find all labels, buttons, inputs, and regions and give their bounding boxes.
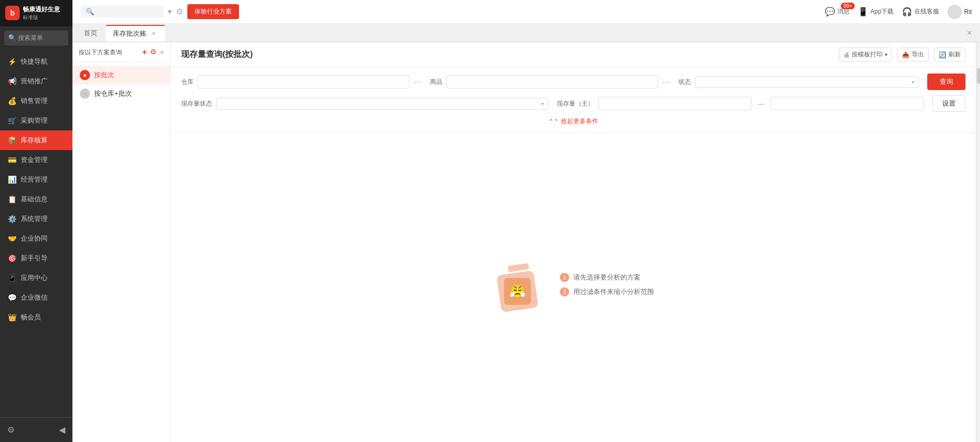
nav-label: 资金管理: [21, 155, 48, 165]
warehouse-more-btn[interactable]: ···: [414, 77, 422, 86]
product-more-btn[interactable]: ···: [662, 77, 670, 86]
filter-area: 仓库 ··· 商品 ··· 状态 ▾: [171, 67, 976, 132]
topbar-dropdown-icon[interactable]: ▾: [168, 7, 172, 17]
messages-btn[interactable]: 💬 消息 99+: [825, 7, 850, 17]
stock-qty-from-input[interactable]: [598, 97, 752, 110]
stock-qty-to-input[interactable]: [770, 97, 924, 110]
product-filter-group: 商品 ···: [430, 75, 671, 89]
settings-button[interactable]: 设置: [932, 95, 966, 112]
sidebar-item-marketing[interactable]: 📢 营销推广: [0, 71, 72, 91]
sidebar-item-member[interactable]: 👑 畅会员: [0, 307, 72, 327]
sidebar-item-operation[interactable]: 📊 经营管理: [0, 170, 72, 189]
right-scrollbar[interactable]: [976, 42, 980, 442]
online-service-btn[interactable]: 🎧 在线客服: [902, 7, 939, 17]
nav-label: 快捷导航: [21, 57, 48, 66]
status-select[interactable]: ▾: [695, 76, 919, 88]
nav-label: 企业协同: [21, 234, 48, 243]
plan-list: ● 按批次 ○ 按仓库+批次: [72, 63, 170, 106]
sidebar-item-inventory[interactable]: 📦 库存核算: [0, 130, 72, 150]
product-input[interactable]: [447, 75, 659, 89]
top-search-box[interactable]: 🔍: [81, 6, 164, 18]
empty-state: 😤 1 请先选择要分析的方案 2 用过滤条件来缩小分析范围: [171, 132, 976, 442]
stock-status-label: 现存量状态: [181, 99, 212, 108]
sidebar-item-finance[interactable]: 💳 资金管理: [0, 150, 72, 170]
enterprise-icon: 🤝: [7, 234, 17, 243]
phone-icon: 📱: [858, 7, 868, 17]
sidebar-header: b 畅康通好生意 标准版: [0, 0, 72, 26]
sidebar-item-purchase[interactable]: 🛒 采购管理: [0, 111, 72, 130]
plan-active-icon: ●: [80, 70, 90, 80]
sidebar-collapse-button[interactable]: ◀: [57, 423, 67, 437]
nav-label: 经营管理: [21, 175, 48, 184]
sidebar-item-quick-nav[interactable]: ⚡ 快捷导航: [0, 52, 72, 71]
stock-qty-filter-group: 现存量（主） —: [557, 97, 924, 110]
sidebar-item-apps[interactable]: 📱 应用中心: [0, 268, 72, 288]
top-search-input[interactable]: [97, 8, 158, 16]
collapse-panel-icon[interactable]: «: [160, 48, 164, 57]
sidebar-search[interactable]: 🔍 搜索菜单: [4, 31, 68, 46]
finance-icon: 💳: [7, 155, 17, 165]
sidebar: b 畅康通好生意 标准版 🔍 搜索菜单 ⚡ 快捷导航 📢 营销推广 💰 销售管理…: [0, 0, 72, 442]
sidebar-item-system[interactable]: ⚙️ 系统管理: [0, 209, 72, 229]
app-download-label: App下载: [870, 7, 894, 16]
hint-number-2: 2: [560, 287, 569, 297]
warehouse-input[interactable]: [198, 75, 410, 89]
sidebar-item-basic[interactable]: 📋 基础信息: [0, 189, 72, 209]
sidebar-item-wechat[interactable]: 💬 企业微信: [0, 288, 72, 307]
hint-item-1: 1 请先选择要分析的方案: [560, 273, 654, 282]
sidebar-item-enterprise[interactable]: 🤝 企业协同: [0, 229, 72, 248]
app-logo: b: [5, 6, 20, 20]
quick-nav-icon: ⚡: [7, 57, 17, 66]
close-panel-button[interactable]: ×: [963, 28, 976, 38]
stock-status-filter-group: 现存量状态 ▾: [181, 98, 548, 110]
main-area: 🔍 ▾ ⚙ 体验行业方案 💬 消息 99+ 📱 App下载 🎧 在线客服: [72, 0, 980, 442]
print-button[interactable]: 🖨 按模板打印 ▾: [839, 48, 892, 62]
member-icon: 👑: [7, 313, 17, 322]
right-content: 现存量查询(按批次) 🖨 按模板打印 ▾ 📤 导出 🔄 刷新: [171, 42, 976, 442]
sidebar-nav: ⚡ 快捷导航 📢 营销推广 💰 销售管理 🛒 采购管理 📦 库存核算 💳 资金管…: [0, 50, 72, 417]
sales-icon: 💰: [7, 96, 17, 106]
headset-icon: 🎧: [902, 7, 912, 17]
operation-icon: 📊: [7, 175, 17, 184]
stock-status-dropdown-icon: ▾: [541, 101, 544, 107]
basic-icon: 📋: [7, 195, 17, 204]
query-button[interactable]: 查询: [927, 73, 966, 90]
plan-item-by-warehouse-batch[interactable]: ○ 按仓库+批次: [72, 84, 170, 103]
experience-btn[interactable]: 体验行业方案: [187, 4, 239, 19]
marketing-icon: 📢: [7, 77, 17, 86]
add-plan-icon[interactable]: +: [142, 48, 147, 57]
search-icon: 🔍: [8, 34, 16, 41]
collapse-filter-btn[interactable]: ⌃⌃ 收起更多条件: [548, 117, 598, 126]
filter-row-2: 现存量状态 ▾ 现存量（主） — 设置: [181, 95, 966, 112]
plan-settings-icon[interactable]: ⚙: [150, 48, 157, 57]
refresh-icon: 🔄: [939, 51, 946, 58]
apps-icon: 📱: [7, 273, 17, 283]
left-panel-actions: + ⚙ «: [142, 48, 164, 57]
sidebar-item-sales[interactable]: 💰 销售管理: [0, 91, 72, 111]
top-search-icon: 🔍: [86, 8, 94, 16]
plan-inactive-icon: ○: [80, 89, 90, 99]
page-header: 现存量查询(按批次) 🖨 按模板打印 ▾ 📤 导出 🔄 刷新: [171, 42, 976, 67]
nav-label: 系统管理: [21, 214, 48, 224]
tab-home[interactable]: 首页: [77, 25, 105, 41]
stock-qty-separator: —: [756, 100, 766, 108]
plan-label: 按批次: [94, 70, 114, 80]
messages-icon: 💬: [825, 7, 835, 17]
export-icon: 📤: [902, 51, 910, 58]
nav-label: 企业微信: [21, 293, 48, 302]
sidebar-item-guide[interactable]: 🎯 新手引导: [0, 248, 72, 268]
search-label: 搜索菜单: [18, 34, 43, 42]
stock-status-select[interactable]: ▾: [216, 98, 548, 110]
user-menu-btn[interactable]: Rit: [947, 5, 972, 19]
refresh-button[interactable]: 🔄 刷新: [934, 48, 966, 62]
tab-inventory-batch[interactable]: 库存批次账 ×: [106, 25, 165, 41]
print-dropdown-icon[interactable]: ▾: [885, 52, 887, 57]
plan-item-by-batch[interactable]: ● 按批次: [72, 66, 170, 84]
app-download-btn[interactable]: 📱 App下载: [858, 7, 894, 17]
nav-label: 营销推广: [21, 77, 48, 86]
export-button[interactable]: 📤 导出: [897, 48, 929, 62]
sidebar-settings-button[interactable]: ⚙: [5, 423, 17, 437]
nav-label: 销售管理: [21, 96, 48, 106]
topbar-settings-icon[interactable]: ⚙: [176, 7, 183, 17]
tab-close-icon[interactable]: ×: [150, 30, 158, 38]
